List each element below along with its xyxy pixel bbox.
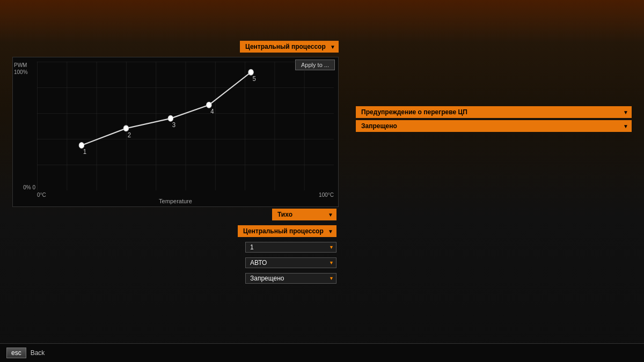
svg-text:2: 2 xyxy=(128,131,131,139)
temp-interval-dropdown[interactable]: 1 xyxy=(245,242,336,253)
cpu-fan-stop-dropdown[interactable]: Запрещено xyxy=(245,273,336,284)
cpu-fan-stop-dropdown-wrap[interactable]: Запрещено xyxy=(245,273,336,284)
fan-mode-ctrl-dropdown-wrap[interactable]: АВТО xyxy=(245,257,336,268)
chart-y-range: 0% 0 xyxy=(15,62,35,190)
chart-x-max: 100°C xyxy=(319,192,334,198)
warning-dropdown2[interactable]: Запрещено xyxy=(356,120,632,132)
svg-text:5: 5 xyxy=(252,75,256,83)
temp-input-dropdown-wrap[interactable]: Центральный процессор xyxy=(238,225,336,237)
warning-dropdown1-wrap[interactable]: Предупреждение о перегреве ЦП xyxy=(356,106,632,118)
bottom-bar: esc Back xyxy=(0,343,644,362)
svg-text:3: 3 xyxy=(172,121,176,129)
chart-grid: 1 2 3 4 5 xyxy=(37,62,334,190)
chart-x-label: Temperature xyxy=(159,198,192,204)
warning-dropdown1[interactable]: Предупреждение о перегреве ЦП xyxy=(356,106,632,118)
temp-interval-dropdown-wrap[interactable]: 1 xyxy=(245,242,336,253)
chart-svg: 1 2 3 4 5 xyxy=(37,62,334,190)
svg-rect-4 xyxy=(37,62,334,190)
back-label: Back xyxy=(31,349,45,357)
chart-x-range: 0°C 100°C xyxy=(37,192,334,198)
fan-mode-dropdown-wrap[interactable]: Тихо xyxy=(272,209,336,220)
svg-text:4: 4 xyxy=(210,107,214,115)
temp-input-dropdown[interactable]: Центральный процессор xyxy=(238,225,336,237)
fan-mode-dropdown[interactable]: Тихо xyxy=(272,209,336,220)
svg-text:1: 1 xyxy=(83,148,87,156)
chart-container: Apply to ... PWM 100% 0% 0 0°C 100°C xyxy=(12,57,339,207)
fan-mode-ctrl-dropdown[interactable]: АВТО xyxy=(245,257,336,268)
warning-dropdown2-wrap[interactable]: Запрещено xyxy=(356,120,632,132)
esc-button[interactable]: esc xyxy=(6,348,26,358)
chart-x-min: 0°C xyxy=(37,192,46,198)
